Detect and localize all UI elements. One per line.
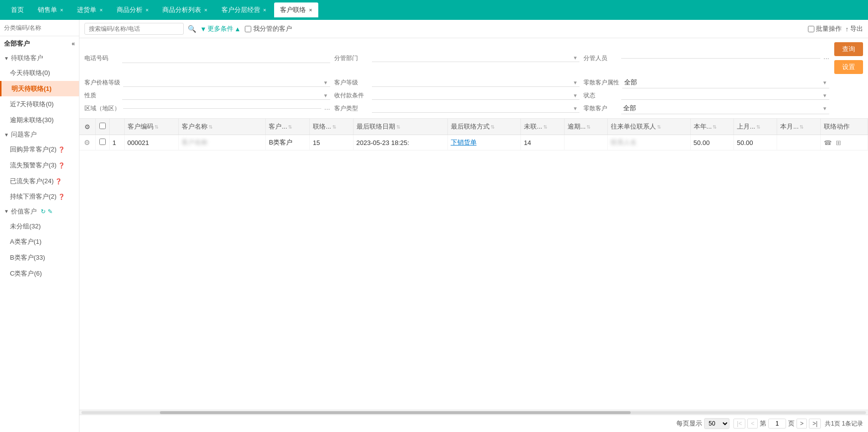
- col-last-contact-method-header[interactable]: 最后联络方式 ⇅: [447, 119, 521, 135]
- filter-search-button[interactable]: 🔍: [188, 25, 196, 33]
- nav-sales-order[interactable]: 销售单 ×: [32, 2, 69, 17]
- sidebar-item-7days-pending[interactable]: 近7天待联络(0): [0, 96, 79, 112]
- filter-customer-type-select[interactable]: ▼: [372, 105, 580, 113]
- sidebar-item-unclassified[interactable]: 未分组(32): [0, 218, 79, 234]
- horizontal-scrollbar[interactable]: [79, 410, 868, 415]
- filter-customer-grade-select[interactable]: ▼: [372, 79, 580, 87]
- sidebar: 🔍 全部客户 « ▼ 待联络客户 今天待联络(0) 明天待联络(1) 近7天待联…: [0, 20, 79, 432]
- filter-customer-type-label: 客户类型: [334, 104, 369, 113]
- col-contacts-header[interactable]: 联络... ⇅: [310, 119, 353, 135]
- nav-home[interactable]: 首页: [5, 2, 30, 17]
- next-page-button[interactable]: >: [796, 419, 807, 429]
- col-overdue-header[interactable]: 逾期... ⇅: [564, 119, 607, 135]
- sidebar-group-pending[interactable]: ▼ 待联络客户: [0, 51, 79, 65]
- gear-icon[interactable]: ⚙: [84, 123, 90, 131]
- sidebar-item-churned[interactable]: 已流失客户(24) ❓: [0, 173, 79, 189]
- filter-status-select[interactable]: ▼: [621, 92, 829, 100]
- query-button[interactable]: 查询: [834, 42, 863, 56]
- page-size-select[interactable]: 50 100 200: [704, 418, 729, 429]
- sidebar-item-declining[interactable]: 持续下滑客户(2) ❓: [0, 189, 79, 205]
- close-icon[interactable]: ×: [309, 7, 312, 13]
- filter-payment-terms-select[interactable]: ▼: [372, 92, 580, 100]
- more-action-icon[interactable]: ⊞: [836, 139, 841, 146]
- sidebar-item-class-b[interactable]: B类客户(33): [0, 250, 79, 266]
- col-last-month-header[interactable]: 上月... ⇅: [734, 119, 777, 135]
- top-nav: 首页 销售单 × 进货单 × 商品分析 × 商品分析列表 × 客户分层经营 × …: [0, 0, 868, 20]
- sidebar-search-input[interactable]: [4, 24, 78, 31]
- last-contact-method-link[interactable]: 下销货单: [451, 139, 477, 146]
- col-this-year-header[interactable]: 本年... ⇅: [690, 119, 733, 135]
- arrow-icon: ▼: [4, 132, 9, 138]
- sidebar-group-value[interactable]: ▼ 价值客户 ↻ ✎: [0, 205, 79, 218]
- col-gear-header[interactable]: ⚙: [79, 119, 95, 135]
- nav-customer-contact[interactable]: 客户联络 ×: [274, 2, 318, 17]
- col-this-month-header[interactable]: 本月... ⇅: [777, 119, 820, 135]
- sidebar-group-problem[interactable]: ▼ 问题客户: [0, 128, 79, 142]
- row-select-checkbox[interactable]: [99, 139, 106, 145]
- filter-search-input[interactable]: [84, 23, 184, 35]
- close-icon[interactable]: ×: [204, 7, 207, 13]
- sidebar-item-repurchase-abnormal[interactable]: 回购异常客户(2) ❓: [0, 142, 79, 157]
- row-gear-icon[interactable]: ⚙: [84, 139, 90, 146]
- batch-checkbox[interactable]: [808, 26, 814, 32]
- col-not-contacted-header[interactable]: 未联... ⇅: [521, 119, 564, 135]
- filter-retail-attr-select[interactable]: 全部 ▼: [622, 77, 829, 88]
- filter-region-dots[interactable]: ···: [324, 105, 330, 113]
- edit-icon[interactable]: ✎: [48, 208, 53, 215]
- nav-product-analysis-list[interactable]: 商品分析列表 ×: [156, 2, 213, 17]
- page-size-control: 每页显示 50 100 200: [676, 418, 729, 429]
- close-icon[interactable]: ×: [99, 7, 102, 13]
- row-gear[interactable]: ⚙: [79, 135, 95, 150]
- select-all-checkbox[interactable]: [99, 123, 106, 129]
- close-icon[interactable]: ×: [60, 7, 63, 13]
- nav-product-analysis[interactable]: 商品分析 ×: [111, 2, 154, 17]
- col-customer-code-header[interactable]: 客户编码 ⇅: [124, 119, 179, 135]
- nav-purchase-order[interactable]: 进货单 ×: [71, 2, 108, 17]
- export-button[interactable]: ↑ 导出: [846, 24, 864, 33]
- sidebar-item-class-c[interactable]: C类客户(6): [0, 266, 79, 282]
- more-conditions-toggle[interactable]: ▼ 更多条件 ▲: [200, 24, 241, 33]
- my-customers-checkbox[interactable]: [245, 26, 251, 32]
- filter-manager-label: 分管人员: [583, 54, 618, 63]
- filter-nature-select[interactable]: ▼: [122, 92, 330, 100]
- batch-operation-button[interactable]: 批量操作: [808, 24, 842, 33]
- last-page-button[interactable]: >|: [809, 419, 821, 429]
- contact-icon[interactable]: ☎: [824, 139, 832, 146]
- col-customer-name-header[interactable]: 客户名称 ⇅: [179, 119, 266, 135]
- sidebar-item-overdue-pending[interactable]: 逾期未联络(30): [0, 112, 79, 128]
- sidebar-item-today-pending[interactable]: 今天待联络(0): [0, 65, 79, 81]
- filter-row-3: 性质 ▼ 收付款条件 ▼ 状态: [84, 91, 863, 100]
- col-contact-person-header[interactable]: 往来单位联系人 ⇅: [607, 119, 690, 135]
- my-customers-filter[interactable]: 我分管的客户: [245, 24, 292, 33]
- row-checkbox[interactable]: [95, 135, 109, 150]
- filter-retail-customer-select[interactable]: 全部 ▼: [621, 103, 829, 114]
- filter-dept: 分管部门 ▼: [334, 54, 580, 63]
- col-last-contact-date-header[interactable]: 最后联络日期 ⇅: [353, 119, 447, 135]
- first-page-button[interactable]: |<: [733, 419, 745, 429]
- filter-phone-input[interactable]: [122, 54, 330, 63]
- filter-dept-select[interactable]: ▼: [372, 54, 580, 62]
- sidebar-item-churn-warning[interactable]: 流失预警客户(3) ❓: [0, 157, 79, 173]
- set-button[interactable]: 设置: [834, 60, 863, 74]
- filter-retail-customer: 零散客户 全部 ▼: [583, 103, 829, 114]
- sidebar-item-tomorrow-pending[interactable]: 明天待联络(1): [0, 81, 79, 97]
- filter-price-grade-select[interactable]: ▼: [123, 79, 330, 87]
- filter-manager-dots[interactable]: ···: [823, 54, 829, 62]
- sort-icon: ⇅: [491, 124, 495, 130]
- filter-manager: 分管人员 ···: [583, 54, 829, 63]
- sidebar-item-class-a[interactable]: A类客户(1): [0, 234, 79, 250]
- nav-customer-tier[interactable]: 客户分层经营 ×: [216, 2, 272, 17]
- refresh-icon[interactable]: ↻: [41, 208, 46, 215]
- filter-retail-attr: 零散客户属性 全部 ▼: [583, 77, 829, 88]
- prev-page-button[interactable]: <: [747, 419, 758, 429]
- col-customer-type-header[interactable]: 客户... ⇅: [266, 119, 310, 135]
- page-number-input[interactable]: [768, 419, 786, 429]
- help-icon: ❓: [58, 194, 65, 200]
- row-last-contact-method[interactable]: 下销货单: [447, 135, 521, 150]
- close-icon[interactable]: ×: [263, 7, 266, 13]
- sidebar-all-customers[interactable]: 全部客户 «: [0, 36, 79, 51]
- scrollbar-thumb[interactable]: [160, 411, 631, 414]
- close-icon[interactable]: ×: [145, 7, 148, 13]
- row-customer-code: 000021: [124, 135, 179, 150]
- row-contacts: 15: [310, 135, 353, 150]
